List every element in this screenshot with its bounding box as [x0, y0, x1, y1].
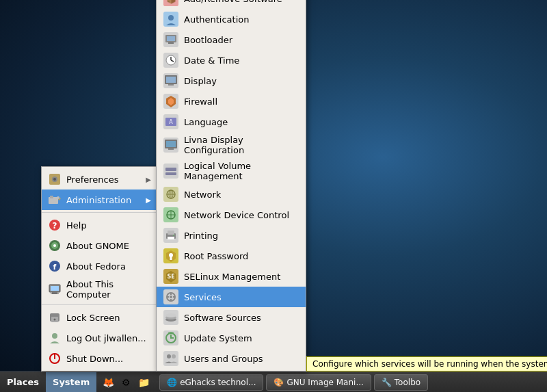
- admin-item-language[interactable]: A Language: [157, 112, 306, 132]
- network-icon: [163, 187, 178, 202]
- help-label: Help: [66, 220, 151, 231]
- svg-point-84: [167, 354, 171, 358]
- taskbar-app-browser[interactable]: 🌐 eGhacks technol...: [159, 374, 263, 391]
- taskbar-icon-settings[interactable]: ⚙️: [118, 375, 133, 390]
- admin-item-services[interactable]: Services: [157, 287, 306, 307]
- printing-label: Printing: [184, 231, 299, 241]
- menu-item-help[interactable]: ? Help: [42, 215, 157, 235]
- printing-icon: [163, 228, 178, 243]
- datetime-label: Date & Time: [184, 55, 299, 66]
- svg-rect-49: [165, 168, 176, 171]
- shutdown-label: Shut Down...: [66, 354, 151, 364]
- root-password-icon: [163, 248, 178, 263]
- admin-item-root-password[interactable]: Root Password: [157, 246, 306, 266]
- svg-point-21: [52, 333, 57, 339]
- admin-item-bootloader[interactable]: Bootloader: [157, 29, 306, 50]
- about-computer-label: About This Computer: [66, 279, 151, 300]
- menu-item-logout[interactable]: Log Out jlwallen...: [42, 328, 157, 348]
- svg-rect-63: [168, 237, 174, 239]
- svg-rect-16: [52, 292, 57, 293]
- menu-item-shutdown[interactable]: Shut Down...: [42, 348, 157, 369]
- admin-item-printing[interactable]: Printing: [157, 225, 306, 246]
- taskbar-icon-file[interactable]: 📁: [136, 375, 151, 390]
- language-label: Language: [184, 117, 299, 127]
- lock-icon: [47, 310, 62, 325]
- taskbar-icon-firefox[interactable]: 🦊: [101, 375, 116, 390]
- svg-rect-47: [168, 148, 174, 150]
- admin-item-software-sources[interactable]: Software Sources: [157, 307, 306, 328]
- svg-point-27: [168, 15, 174, 21]
- menu-item-about-fedora[interactable]: f About Fedora: [42, 256, 157, 276]
- gimp-icon: 🎨: [274, 378, 284, 387]
- bootloader-icon: [163, 32, 178, 47]
- users-groups-icon: [163, 351, 178, 366]
- taskbar-app-gimp[interactable]: 🎨 GNU Image Mani...: [266, 374, 371, 391]
- admin-item-selinux[interactable]: SE SELinux Management: [157, 266, 306, 287]
- svg-rect-62: [168, 231, 174, 235]
- svg-point-64: [173, 235, 174, 236]
- admin-item-users-groups[interactable]: Users and Groups: [157, 348, 306, 369]
- firewall-icon: [163, 94, 178, 109]
- network-device-label: Network Device Control: [184, 210, 299, 220]
- svg-point-2: [53, 178, 56, 181]
- admin-item-add-remove[interactable]: 📦 Add/Remove Software: [157, 0, 306, 9]
- admin-item-network-device[interactable]: Network Device Control: [157, 205, 306, 225]
- help-icon: ?: [47, 218, 62, 233]
- root-password-label: Root Password: [184, 251, 299, 261]
- svg-point-6: [57, 196, 59, 199]
- toolbox-icon: 🔧: [382, 378, 392, 387]
- svg-point-85: [172, 354, 176, 358]
- services-label: Services: [184, 292, 299, 302]
- add-remove-icon: 📦: [163, 0, 178, 6]
- about-fedora-label: About Fedora: [66, 261, 151, 272]
- svg-rect-83: [163, 351, 178, 366]
- network-label: Network: [184, 190, 299, 200]
- logout-label: Log Out jlwallen...: [66, 333, 151, 343]
- selinux-icon: SE: [163, 269, 178, 284]
- menu-item-about-computer[interactable]: About This Computer: [42, 276, 157, 302]
- lvm-label: Logical Volume Management: [184, 161, 299, 181]
- admin-item-authentication[interactable]: Authentication: [157, 9, 306, 29]
- taskbar-app-toolbox[interactable]: 🔧 Toolbo: [374, 374, 428, 391]
- admin-item-firewall[interactable]: Firewall: [157, 91, 306, 112]
- admin-item-lvm[interactable]: Logical Volume Management: [157, 158, 306, 184]
- firewall-label: Firewall: [184, 96, 299, 107]
- svg-rect-15: [51, 286, 59, 291]
- browser-icon: 🌐: [167, 378, 177, 387]
- display-icon: [163, 73, 178, 88]
- svg-rect-67: [170, 257, 172, 260]
- svg-rect-50: [165, 172, 176, 175]
- admin-item-livna[interactable]: Livna Display Configuration: [157, 132, 306, 158]
- about-computer-icon: [47, 282, 62, 297]
- taskbar-system[interactable]: System: [46, 372, 96, 392]
- menu-item-lock[interactable]: Lock Screen: [42, 307, 157, 328]
- software-sources-icon: [163, 310, 178, 325]
- svg-point-11: [53, 244, 56, 247]
- taskbar-quick-launch: 🦊 ⚙️ 📁: [96, 375, 155, 390]
- menu-item-administration[interactable]: Administration ▶: [42, 190, 157, 210]
- separator-2: [42, 304, 157, 305]
- taskbar-places[interactable]: Places: [0, 372, 46, 392]
- add-remove-label: Add/Remove Software: [184, 0, 299, 4]
- svg-text:?: ?: [53, 221, 57, 231]
- bootloader-label: Bootloader: [184, 35, 299, 45]
- svg-text:f: f: [53, 263, 57, 272]
- svg-text:A: A: [169, 119, 173, 125]
- menu-item-about-gnome[interactable]: About GNOME: [42, 235, 157, 256]
- update-icon: [163, 330, 178, 345]
- administration-label: Administration: [66, 195, 142, 205]
- preferences-icon: [47, 172, 62, 187]
- svg-text:📦: 📦: [166, 0, 176, 4]
- admin-item-update[interactable]: Update System: [157, 328, 306, 348]
- separator-1: [42, 212, 157, 213]
- menu-item-preferences[interactable]: Preferences ▶: [42, 169, 157, 190]
- admin-item-datetime[interactable]: Date & Time: [157, 50, 306, 70]
- datetime-icon: [163, 53, 178, 68]
- administration-arrow: ▶: [146, 196, 151, 204]
- about-gnome-icon: [47, 238, 62, 253]
- administration-icon: [47, 192, 62, 207]
- svg-point-20: [54, 319, 56, 321]
- admin-item-display[interactable]: Display: [157, 70, 306, 91]
- users-groups-label: Users and Groups: [184, 354, 299, 364]
- admin-item-network[interactable]: Network: [157, 184, 306, 205]
